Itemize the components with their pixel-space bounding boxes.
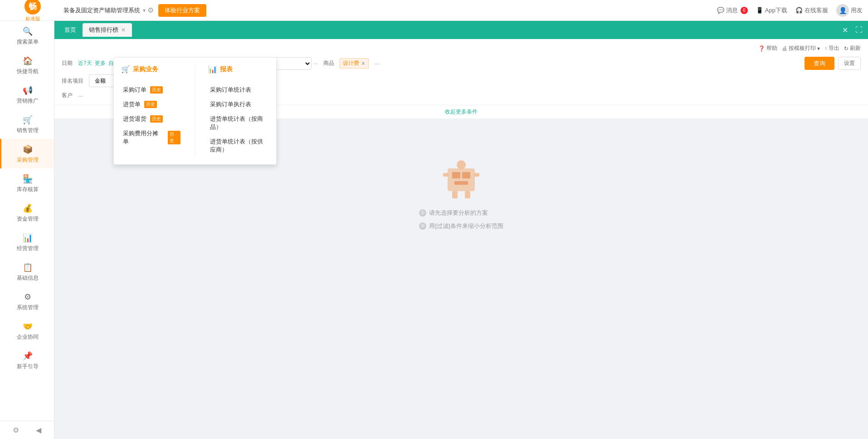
goods-tag-close[interactable]: ✕ (361, 60, 366, 67)
tab-bar: 首页 销售排行榜 ✕ ✕ ⛶ (54, 21, 868, 39)
tab-home[interactable]: 首页 (58, 23, 83, 37)
dropdown-item-purchase-order[interactable]: 采购订单 历史 (121, 83, 182, 97)
basic-icon: 📋 (23, 262, 33, 272)
sidebar-item-finance[interactable]: 💰 资金管理 (0, 198, 54, 227)
sidebar-label-system: 系统管理 (17, 304, 39, 311)
export-icon: ↑ (824, 45, 827, 52)
voucher-status-ellipsis[interactable]: ··· (313, 60, 318, 67)
messages-btn[interactable]: 💬 消息 6 (717, 6, 748, 15)
empty-svg (434, 155, 488, 200)
sidebar-label-quicknav: 快捷导航 (17, 68, 39, 75)
system-title: 装备及固定资产辅助管理系统 ▾ (63, 6, 146, 15)
sidebar-item-operations[interactable]: 📊 经营管理 (0, 227, 54, 257)
dropdown-item-purchase-cost[interactable]: 采购费用分摊单 历史 (121, 126, 182, 149)
message-icon: 💬 (717, 7, 724, 14)
sidebar-item-quicknav[interactable]: 🏠 快捷导航 (0, 50, 54, 80)
main-layout: 🔍 搜索菜单 🏠 快捷导航 📢 营销推广 🛒 销售管理 📦 采购管 (0, 21, 868, 439)
user-avatar: 👤 (836, 4, 849, 17)
dropdown-item-goods-stat-by-supplier[interactable]: 进货单统计表（按供应商） (208, 134, 269, 157)
date-7days-btn[interactable]: 近7天 (78, 59, 92, 67)
sidebar-item-guide[interactable]: 📌 新手引导 (0, 345, 54, 375)
dropdown-item-purchase-order-stat[interactable]: 采购订单统计表 (208, 83, 269, 97)
print-icon: 🖨 (782, 45, 787, 52)
help-icon: ❓ (758, 45, 765, 52)
industry-btn[interactable]: 体验行业方案 (158, 4, 206, 17)
sidebar-item-sales[interactable]: 🛒 销售管理 (0, 109, 54, 139)
sidebar-label-inventory: 库存核算 (17, 186, 39, 193)
collapse-btn[interactable]: 收起更多条件 (442, 106, 480, 118)
settings-gear-icon[interactable]: ⚙ (147, 6, 154, 15)
sidebar-label-marketing: 营销推广 (17, 97, 39, 105)
sidebar-settings-btn[interactable]: ⚙ (13, 426, 19, 434)
dropdown-item-goods-return[interactable]: 进货退货 历史 (121, 112, 182, 126)
title-dropdown-arrow[interactable]: ▾ (143, 7, 146, 14)
export-btn[interactable]: ↑ 导出 (824, 44, 839, 52)
marketing-icon: 📢 (23, 85, 33, 95)
reports-col-title: 📊 报表 (208, 65, 269, 77)
purchase-col-icon: 🛒 (121, 65, 130, 74)
svg-rect-5 (474, 173, 479, 177)
tab-sales-rank-close[interactable]: ✕ (121, 27, 126, 33)
sidebar-item-purchase[interactable]: 📦 采购管理 (0, 139, 54, 168)
search-icon: 🔍 (23, 26, 33, 36)
finance-icon: 💰 (23, 203, 33, 213)
tab-fullscreen-btn[interactable]: ⛶ (853, 24, 864, 36)
sidebar-label-basic: 基础信息 (17, 274, 39, 282)
logo-area: 畅 标准版 (5, 0, 60, 22)
settings-btn[interactable]: 设置 (838, 57, 861, 70)
history-badge-3: 历史 (150, 115, 163, 123)
search-btn[interactable]: 查询 (805, 57, 834, 70)
help-btn[interactable]: ❓ 帮助 (758, 44, 777, 52)
app-container: 畅 标准版 装备及固定资产辅助管理系统 ▾ ⚙ 体验行业方案 💬 消息 6 📱 … (0, 0, 868, 439)
dropdown-item-goods-stat-by-product[interactable]: 进货单统计表（按商品） (208, 112, 269, 134)
sidebar-collapse-btn[interactable]: ◀ (36, 426, 41, 434)
history-badge-2: 历史 (144, 101, 157, 108)
sidebar-item-basic[interactable]: 📋 基础信息 (0, 257, 54, 286)
filter-row-1: ❓ 帮助 🖨 按模板打印 ▾ ↑ 导出 (62, 44, 861, 52)
svg-rect-0 (448, 168, 475, 191)
print-btn[interactable]: 🖨 按模板打印 ▾ (782, 44, 820, 52)
date-label: 日期 (62, 59, 73, 67)
dropdown-item-purchase-order-exec[interactable]: 采购订单执行表 (208, 97, 269, 112)
sidebar-item-enterprise[interactable]: 🤝 企业协同 (0, 316, 54, 345)
goods-ellipsis[interactable]: ··· (374, 60, 380, 67)
customer-ellipsis[interactable]: ··· (78, 92, 83, 99)
goods-tag: 设计费 ✕ (340, 58, 369, 69)
sidebar-bottom: ⚙ ◀ (0, 421, 54, 439)
sidebar-item-inventory[interactable]: 🏪 库存核算 (0, 168, 54, 198)
enterprise-icon: 🤝 (23, 321, 33, 331)
rank-label: 排名项目 (62, 77, 83, 85)
content-area: 首页 销售排行榜 ✕ ✕ ⛶ (54, 21, 868, 439)
sidebar-label-finance: 资金管理 (17, 215, 39, 223)
sales-icon: 🛒 (23, 115, 33, 125)
dropdown-item-goods-receipt[interactable]: 进货单 历史 (121, 97, 182, 112)
headset-icon: 🎧 (795, 7, 803, 14)
history-badge-4: 历史 (168, 131, 180, 144)
user-menu-btn[interactable]: 👤 用友 (836, 4, 863, 17)
svg-rect-7 (465, 191, 470, 198)
tab-right-actions: ✕ ⛶ (840, 24, 864, 36)
tab-close-btn[interactable]: ✕ (840, 24, 850, 36)
purchase-dropdown-menu: 🛒 采购业务 采购订单 历史 进货单 历史 进货退货 (113, 57, 277, 165)
online-service-btn[interactable]: 🎧 在线客服 (795, 6, 828, 15)
history-badge-1: 历史 (150, 86, 163, 94)
page-content: ❓ 帮助 🖨 按模板打印 ▾ ↑ 导出 (54, 39, 868, 439)
empty-step2: ② 用[过滤]条件来缩小分析范围 (419, 221, 503, 231)
home-icon: 🏠 (23, 56, 33, 66)
logo-subtitle: 标准版 (25, 15, 40, 22)
sidebar-label-search: 搜索菜单 (17, 38, 39, 46)
logo-icon: 畅 (24, 0, 41, 15)
purchase-col-title: 🛒 采购业务 (121, 65, 182, 77)
tab-sales-rank[interactable]: 销售排行榜 ✕ (83, 23, 132, 37)
refresh-btn[interactable]: ↻ 刷新 (844, 44, 861, 52)
sidebar-item-marketing[interactable]: 📢 营销推广 (0, 80, 54, 109)
sidebar-item-search[interactable]: 🔍 搜索菜单 (0, 21, 54, 50)
app-download-btn[interactable]: 📱 App下载 (756, 6, 787, 15)
empty-desc: ① 请先选择要分析的方案 ② 用[过滤]条件来缩小分析范围 (419, 207, 503, 232)
refresh-icon: ↻ (844, 45, 848, 52)
date-more-btn[interactable]: 更多 (95, 59, 106, 67)
purchase-col: 🛒 采购业务 采购订单 历史 进货单 历史 进货退货 (121, 65, 182, 157)
sidebar-item-system[interactable]: ⚙ 系统管理 (0, 286, 54, 316)
top-header: 畅 标准版 装备及固定资产辅助管理系统 ▾ ⚙ 体验行业方案 💬 消息 6 📱 … (0, 0, 868, 21)
svg-rect-6 (452, 191, 458, 198)
